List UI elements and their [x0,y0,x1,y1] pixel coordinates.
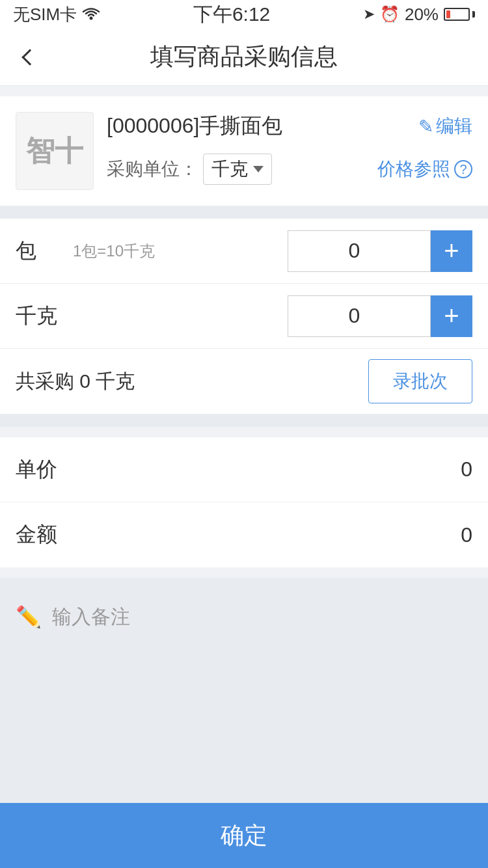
divider-1 [0,206,488,219]
unit-price-label: 单价 [16,455,57,484]
status-time: 下午6:12 [193,1,270,28]
battery-percent: 20% [405,5,439,25]
product-card: 智十 [0000006]手撕面包 ✎ 编辑 采购单位： 千克 价格参照 ? [0,96,488,206]
page-title: 填写商品采购信息 [150,41,338,73]
nav-bar: 填写商品采购信息 [0,29,488,86]
bag-input-group: + [288,230,472,272]
status-right: ➤ ⏰ 20% [363,5,475,25]
bag-conversion-label: 1包=10千克 [73,241,288,262]
network-label: 无SIM卡 [13,3,77,26]
price-ref-label: 价格参照 [377,157,450,182]
status-bar: 无SIM卡 下午6:12 ➤ ⏰ 20% [0,0,488,29]
batch-button-label: 录批次 [393,369,448,394]
product-name-row: [0000006]手撕面包 ✎ 编辑 [107,112,472,141]
wifi-icon [82,5,100,25]
price-section: 单价 0 金额 0 [0,437,488,567]
confirm-bar[interactable]: 确定 [0,803,488,868]
unit-price-value: 0 [461,457,472,481]
edit-button[interactable]: ✎ 编辑 [418,114,472,139]
kg-plus-button[interactable]: + [431,295,472,337]
bag-unit-label: 包 [16,237,68,265]
summary-row: 共采购 0 千克 录批次 [0,349,488,414]
confirm-button-label: 确定 [221,820,267,852]
dropdown-arrow-icon [253,166,264,172]
amount-row: 金额 0 [0,502,488,567]
unit-price-row: 单价 0 [0,437,488,502]
kg-quantity-row: 千克 + [0,284,488,349]
edit-icon: ✎ [418,116,433,137]
kg-quantity-input[interactable] [288,295,431,337]
back-button[interactable] [16,43,44,72]
kg-input-group: + [288,295,472,337]
kg-unit-label: 千克 [16,302,68,331]
unit-selector[interactable]: 千克 [203,154,272,185]
product-full-name: [0000006]手撕面包 [107,112,282,141]
alarm-icon: ⏰ [380,5,400,23]
batch-button[interactable]: 录批次 [368,359,472,403]
battery-indicator [444,8,475,21]
summary-text: 共采购 0 千克 [16,368,135,395]
purchase-unit-row: 采购单位： 千克 价格参照 ? [107,154,472,185]
price-ref-button[interactable]: 价格参照 ? [377,157,472,182]
bag-quantity-input[interactable] [288,230,431,272]
edit-label: 编辑 [436,114,472,139]
total-quantity: 0 [79,370,90,392]
divider-2 [0,414,488,427]
location-icon: ➤ [363,6,375,23]
purchase-unit-label: 采购单位： [107,157,198,182]
product-details: [0000006]手撕面包 ✎ 编辑 采购单位： 千克 价格参照 ? [107,112,472,185]
svg-point-0 [90,16,93,20]
status-left: 无SIM卡 [13,3,100,26]
notes-placeholder: 输入备注 [52,604,130,631]
unit-value: 千克 [211,157,248,182]
notes-section[interactable]: ✏️ 输入备注 [0,578,488,656]
amount-value: 0 [461,523,472,547]
back-arrow-icon [21,49,38,65]
amount-label: 金额 [16,521,57,549]
pencil-icon: ✏️ [16,604,42,629]
quantity-section: 包 1包=10千克 + 千克 + [0,219,488,349]
bottom-spacer [0,656,488,825]
product-image: 智十 [16,112,94,190]
bag-plus-button[interactable]: + [431,230,472,272]
bag-quantity-row: 包 1包=10千克 + [0,219,488,284]
help-icon: ? [454,160,472,178]
